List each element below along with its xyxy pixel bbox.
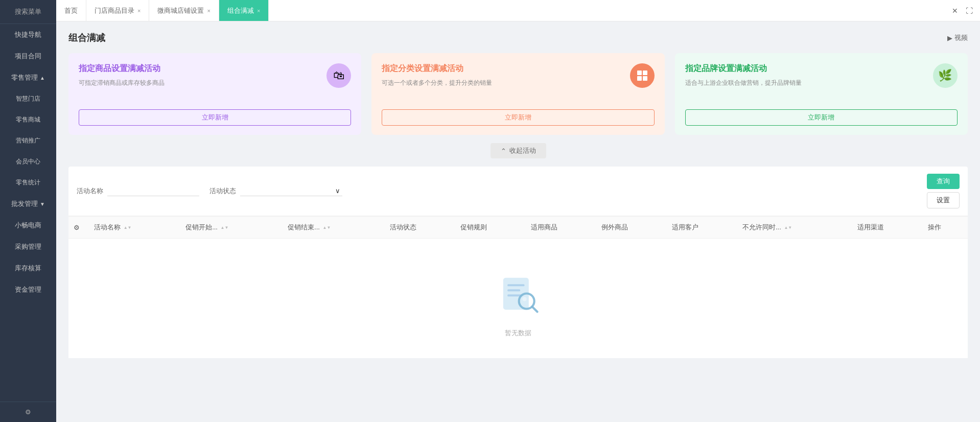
sidebar-item-finance[interactable]: 资金管理	[0, 279, 56, 300]
table-header: ⚙ 活动名称 ▲▼ 促销开始... ▲▼ 促销结束...	[68, 217, 968, 239]
col-label: 活动状态	[390, 223, 416, 231]
empty-state-text: 暂无数据	[505, 329, 531, 338]
sidebar-item-retail-mall[interactable]: 零售商城	[0, 109, 56, 130]
col-label: 适用客户	[672, 223, 698, 231]
table-col-applicable-channel: 适用渠道	[852, 217, 923, 239]
sidebar-item-label: 库存核算	[15, 264, 41, 273]
table-col-except-goods: 例外商品	[596, 217, 667, 239]
activity-name-label: 活动名称	[77, 186, 103, 196]
product-promo-card: 指定商品设置满减活动 🛍 可指定滞销商品或库存较多商品 立即新增	[68, 53, 361, 135]
table-col-not-allow-concurrent: 不允许同时... ▲▼	[737, 217, 852, 239]
empty-state-icon	[493, 269, 544, 320]
sidebar-item-retail-stats[interactable]: 零售统计	[0, 172, 56, 193]
col-label: 不允许同时...	[742, 223, 781, 231]
table-col-activity-status: 活动状态	[385, 217, 455, 239]
activity-name-input[interactable]	[107, 186, 199, 196]
tab-wechat-store-settings[interactable]: 微商城店铺设置 ×	[149, 0, 219, 21]
gear-icon: ⚙	[25, 408, 31, 416]
main-area: 首页 门店商品目录 × 微商城店铺设置 × 组合满减 × ✕ ⛶ 组合满减 ▶ …	[56, 0, 980, 422]
settings-btn[interactable]: 设置	[927, 192, 960, 208]
product-card-title: 指定商品设置满减活动	[79, 63, 351, 74]
video-link[interactable]: ▶ 视频	[947, 33, 968, 42]
table-col-promo-start: 促销开始... ▲▼	[180, 217, 283, 239]
tab-close-icon[interactable]: ×	[207, 8, 210, 14]
sidebar-item-smart-store[interactable]: 智慧门店	[0, 88, 56, 109]
table-col-applicable-goods: 适用商品	[526, 217, 596, 239]
sidebar-item-label: 营销推广	[16, 136, 40, 145]
sidebar-item-label: 零售统计	[16, 178, 40, 187]
col-label: 操作	[928, 223, 941, 231]
collapse-activities-btn[interactable]: ⌃ 收起活动	[491, 143, 546, 158]
sidebar-item-xiaochang[interactable]: 小畅电商	[0, 215, 56, 236]
svg-rect-6	[507, 289, 520, 291]
sidebar-item-member-center[interactable]: 会员中心	[0, 151, 56, 172]
brand-card-icon: 🌿	[933, 63, 958, 88]
product-card-desc: 可指定滞销商品或库存较多商品	[79, 78, 351, 102]
table-col-promo-end: 促销结束... ▲▼	[283, 217, 385, 239]
svg-rect-5	[507, 284, 524, 286]
tab-home[interactable]: 首页	[56, 0, 86, 21]
chevron-down-icon: ∨	[335, 187, 340, 195]
brand-card-add-btn[interactable]: 立即新增	[685, 109, 958, 126]
sidebar-item-label: 小畅电商	[15, 221, 41, 230]
table-col-activity-name: 活动名称 ▲▼	[89, 217, 180, 239]
category-card-title: 指定分类设置满减活动	[382, 63, 654, 74]
sidebar-item-inventory[interactable]: 库存核算	[0, 257, 56, 279]
sort-icon[interactable]: ▲▼	[784, 226, 792, 230]
sidebar-item-wholesale-mgmt[interactable]: 批发管理 ▼	[0, 193, 56, 215]
svg-rect-2	[637, 76, 642, 81]
sidebar-search[interactable]: 搜索菜单	[0, 0, 56, 24]
sidebar-item-label: 零售商城	[16, 115, 40, 124]
chevron-up-icon: ⌃	[501, 147, 506, 155]
window-close-btn[interactable]: ✕	[949, 5, 961, 16]
gear-icon[interactable]: ⚙	[74, 224, 80, 231]
tab-label: 微商城店铺设置	[157, 6, 204, 15]
tab-controls: ✕ ⛶	[949, 5, 980, 16]
sidebar-item-retail-mgmt[interactable]: 零售管理 ▲	[0, 67, 56, 88]
page-header: 组合满减 ▶ 视频	[68, 32, 968, 44]
col-label: 促销结束...	[288, 223, 320, 231]
activity-status-select[interactable]: ∨	[240, 186, 342, 196]
sort-icon[interactable]: ▲▼	[124, 226, 132, 230]
chevron-up-icon: ▲	[40, 75, 45, 81]
sidebar-item-purchase-mgmt[interactable]: 采购管理	[0, 236, 56, 257]
page-title: 组合满减	[68, 32, 105, 44]
col-label: 活动名称	[94, 223, 121, 231]
window-maximize-btn[interactable]: ⛶	[964, 5, 975, 16]
tab-store-catalog[interactable]: 门店商品目录 ×	[86, 0, 149, 21]
sidebar-settings-btn[interactable]: ⚙	[0, 402, 56, 422]
tab-close-icon[interactable]: ×	[257, 8, 260, 14]
product-card-icon: 🛍	[326, 63, 351, 88]
col-label: 适用渠道	[857, 223, 884, 231]
activity-status-filter: 活动状态 ∨	[209, 186, 342, 196]
tab-combo-discount[interactable]: 组合满减 ×	[219, 0, 269, 21]
brand-card-title: 指定品牌设置满减活动	[685, 63, 958, 74]
tab-label: 首页	[64, 6, 78, 15]
sidebar-item-quick-nav[interactable]: 快捷导航	[0, 24, 56, 45]
sidebar-item-marketing[interactable]: 营销推广	[0, 130, 56, 151]
tab-close-icon[interactable]: ×	[137, 8, 141, 14]
table-col-promo-rule: 促销规则	[455, 217, 526, 239]
category-card-desc: 可选一个或者多个分类，提升分类的销量	[382, 78, 654, 102]
category-card-icon	[630, 63, 655, 88]
table-col-applicable-customer: 适用客户	[667, 217, 737, 239]
promo-cards-row: 指定商品设置满减活动 🛍 可指定滞销商品或库存较多商品 立即新增 指定分类设置满…	[68, 53, 968, 135]
sidebar-item-label: 会员中心	[16, 157, 40, 166]
tab-label: 组合满减	[227, 6, 254, 15]
play-icon: ▶	[947, 34, 952, 42]
collapse-bar: ⌃ 收起活动	[68, 143, 968, 158]
table-col-operation: 操作	[923, 217, 968, 239]
category-card-add-btn[interactable]: 立即新增	[382, 109, 654, 126]
brand-card-desc: 适合与上游企业联合做营销，提升品牌销量	[685, 78, 958, 102]
svg-rect-0	[637, 71, 642, 75]
sort-icon[interactable]: ▲▼	[323, 226, 331, 230]
activity-name-filter: 活动名称	[77, 186, 199, 196]
col-label: 例外商品	[601, 223, 628, 231]
col-label: 促销开始...	[185, 223, 218, 231]
product-card-add-btn[interactable]: 立即新增	[79, 109, 351, 126]
query-btn[interactable]: 查询	[927, 174, 960, 189]
sidebar-item-project-contract[interactable]: 项目合同	[0, 45, 56, 67]
sidebar-item-label: 采购管理	[15, 242, 41, 251]
sort-icon[interactable]: ▲▼	[221, 226, 229, 230]
activity-status-label: 活动状态	[209, 186, 236, 196]
